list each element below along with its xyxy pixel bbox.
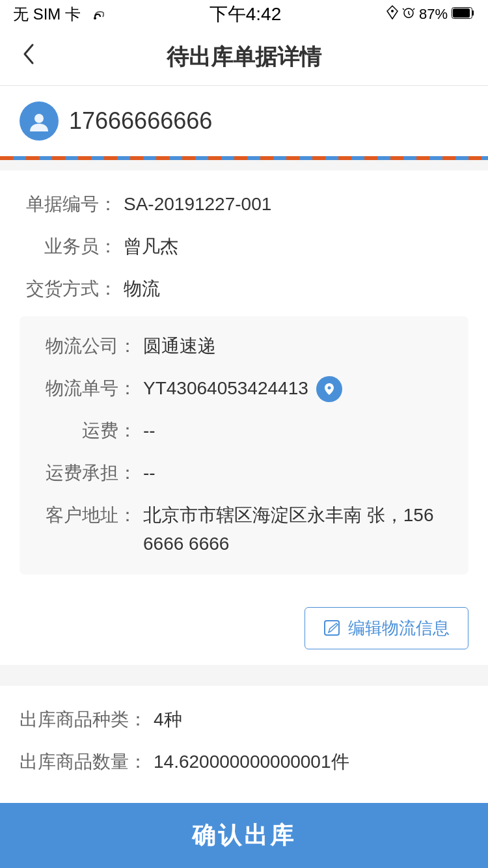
goods-info-section: 出库商品种类： 4种 出库商品数量： 14.620000000000001件 [0, 686, 488, 796]
back-button[interactable] [16, 36, 42, 78]
sales-person-row: 业务员： 曾凡杰 [20, 232, 468, 262]
order-info-section: 单据编号： SA-20191227-001 业务员： 曾凡杰 交货方式： 物流 … [0, 170, 488, 594]
status-time: 下午4:42 [210, 2, 282, 27]
logistics-company-value: 圆通速递 [143, 332, 449, 361]
edit-logistics-button[interactable]: 编辑物流信息 [305, 607, 468, 649]
customer-phone: 17666666666 [69, 107, 212, 135]
goods-quantity-row: 出库商品数量： 14.620000000000001件 [20, 748, 468, 777]
goods-type-label: 出库商品种类： [20, 705, 154, 735]
avatar [20, 102, 59, 141]
goods-quantity-value: 14.620000000000001件 [154, 748, 468, 777]
tracking-number-label: 物流单号： [39, 374, 143, 403]
goods-quantity-label: 出库商品数量： [20, 748, 154, 777]
goods-type-value: 4种 [154, 705, 468, 735]
tracking-number-row: 物流单号： YT43064053424413 [39, 374, 449, 403]
svg-point-1 [391, 10, 394, 12]
svg-rect-4 [453, 8, 470, 18]
svg-point-0 [94, 17, 96, 20]
address-label: 客户地址： [39, 501, 143, 530]
freight-label: 运费： [39, 416, 143, 446]
delivery-method-value: 物流 [124, 275, 468, 304]
confirm-button-label: 确认出库 [192, 820, 296, 852]
logistics-company-row: 物流公司： 圆通速递 [39, 332, 449, 361]
tracking-number-value: YT43064053424413 [143, 374, 449, 403]
sim-status: 无 SIM 卡 [13, 4, 81, 25]
address-value: 北京市市辖区海淀区永丰南 张，156 6666 6666 [143, 501, 449, 560]
logistics-box: 物流公司： 圆通速递 物流单号： YT43064053424413 运费： [20, 316, 468, 575]
delivery-method-label: 交货方式： [20, 275, 124, 304]
dashed-divider [0, 156, 488, 160]
goods-type-row: 出库商品种类： 4种 [20, 705, 468, 735]
sales-person-value: 曾凡杰 [124, 232, 468, 262]
section-separator [0, 665, 488, 675]
battery-percent: 87% [419, 6, 448, 23]
status-right: 87% [386, 5, 475, 23]
edit-icon [323, 619, 342, 638]
customer-header: 17666666666 [0, 86, 488, 156]
document-number-label: 单据编号： [20, 190, 124, 219]
alarm-icon [402, 6, 415, 23]
location-active-icon [386, 5, 398, 23]
svg-rect-7 [325, 621, 339, 635]
freight-bearer-row: 运费承担： -- [39, 459, 449, 488]
svg-point-6 [327, 386, 331, 389]
freight-value: -- [143, 416, 449, 446]
freight-bearer-label: 运费承担： [39, 459, 143, 488]
delivery-method-row: 交货方式： 物流 [20, 275, 468, 304]
page-title: 待出库单据详情 [167, 42, 321, 72]
edit-logistics-row: 编辑物流信息 [0, 594, 488, 665]
address-row: 客户地址： 北京市市辖区海淀区永丰南 张，156 6666 6666 [39, 501, 449, 560]
svg-point-5 [34, 114, 44, 123]
sales-person-label: 业务员： [20, 232, 124, 262]
document-number-row: 单据编号： SA-20191227-001 [20, 190, 468, 219]
track-location-icon[interactable] [316, 376, 342, 402]
confirm-button[interactable]: 确认出库 [0, 803, 488, 868]
wifi-icon [86, 5, 104, 23]
freight-row: 运费： -- [39, 416, 449, 446]
status-bar: 无 SIM 卡 下午4:42 [0, 0, 488, 29]
document-number-value: SA-20191227-001 [124, 190, 468, 219]
logistics-company-label: 物流公司： [39, 332, 143, 361]
status-left: 无 SIM 卡 [13, 4, 104, 25]
freight-bearer-value: -- [143, 459, 449, 488]
battery-icon [452, 6, 475, 23]
nav-bar: 待出库单据详情 [0, 29, 488, 86]
